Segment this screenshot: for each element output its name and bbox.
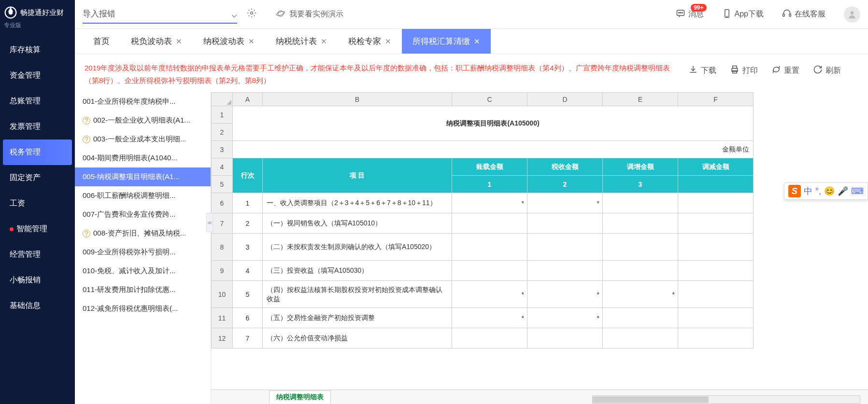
sheet-tab[interactable]: 纳税调整明细表	[269, 390, 331, 404]
report-list-item[interactable]: 006-职工薪酬纳税调整明细...	[75, 186, 211, 205]
cell-item[interactable]: 一、收入类调整项目（2＋3＋4＋5＋6＋7＋8＋10＋11）	[263, 193, 452, 213]
cell-value[interactable]	[678, 234, 754, 261]
collapse-handle[interactable]: ≪	[206, 213, 213, 232]
report-list-item[interactable]: ?008-资产折旧、摊销及纳税...	[75, 224, 211, 243]
table-row[interactable]: 105（四）按权益法核算长期股权投资对初始投资成本调整确认收益***	[212, 281, 754, 308]
ime-toolbar[interactable]: S 中 °, 😊 🎤 ⌨	[784, 182, 868, 200]
tab[interactable]: 税检专家✕	[338, 29, 402, 54]
table-row[interactable]: 127（六）公允价值变动净损益	[212, 328, 754, 348]
cell-rownum[interactable]: 3	[233, 234, 263, 261]
report-list-item[interactable]: 005-纳税调整项目明细表(A1...	[75, 167, 211, 186]
sidebar-item[interactable]: 税务管理	[3, 139, 72, 165]
gear-icon[interactable]	[247, 8, 256, 20]
cell-value[interactable]: *	[452, 308, 527, 328]
sidebar-item[interactable]: 智能管理	[0, 216, 75, 242]
row-header[interactable]: 4	[212, 158, 233, 176]
scrollbar-thumb[interactable]	[593, 396, 709, 403]
cell-value[interactable]	[452, 261, 527, 281]
report-list-item[interactable]: 009-企业所得税弥补亏损明...	[75, 243, 211, 262]
cell-value[interactable]	[452, 234, 527, 261]
sidebar-item[interactable]: 小畅报销	[0, 267, 75, 293]
report-list-item[interactable]: 004-期间费用明细表(A1040...	[75, 149, 211, 167]
close-icon[interactable]: ✕	[474, 37, 480, 46]
tab[interactable]: 纳税统计表✕	[265, 29, 338, 54]
row-header[interactable]: 1	[212, 106, 233, 124]
cell-value[interactable]	[678, 213, 754, 234]
row-header[interactable]: 2	[212, 124, 233, 141]
cell-item[interactable]: （三）投资收益（填写A105030）	[263, 261, 452, 281]
cell-value[interactable]: *	[527, 193, 603, 213]
reset-button[interactable]: 重置	[771, 65, 799, 76]
row-header[interactable]: 12	[212, 328, 233, 348]
report-list-item[interactable]: ?002-一般企业收入明细表(A1...	[75, 111, 211, 130]
close-icon[interactable]: ✕	[321, 37, 327, 46]
row-header[interactable]: 9	[212, 261, 233, 281]
tab[interactable]: 纳税波动表✕	[193, 29, 265, 54]
sidebar-item[interactable]: 固定资产	[0, 165, 75, 191]
print-button[interactable]: 打印	[730, 65, 758, 76]
tab[interactable]: 所得税汇算清缴✕	[402, 29, 491, 54]
cell-value[interactable]	[603, 213, 678, 234]
report-list-item[interactable]: 010-免税、减计收入及加计...	[75, 262, 211, 280]
tab[interactable]: 税负波动表✕	[120, 29, 193, 54]
cell-value[interactable]	[603, 261, 678, 281]
cell-rownum[interactable]: 4	[233, 261, 263, 281]
row-header[interactable]: 6	[212, 193, 233, 213]
col-header[interactable]: C	[452, 93, 527, 106]
cell-item[interactable]: （二）未按权责发生制原则确认的收入（填写A105020）	[263, 234, 452, 261]
report-list-item[interactable]: 007-广告费和业务宣传费跨...	[75, 205, 211, 224]
cell-value[interactable]	[527, 328, 603, 348]
cell-value[interactable]	[452, 213, 527, 234]
report-list-item[interactable]: 001-企业所得税年度纳税申...	[75, 92, 211, 111]
cell-value[interactable]	[603, 193, 678, 213]
cell-rownum[interactable]: 7	[233, 328, 263, 348]
close-icon[interactable]: ✕	[176, 37, 182, 46]
cell-value[interactable]	[678, 328, 754, 348]
col-header[interactable]: F	[678, 93, 754, 106]
close-icon[interactable]: ✕	[385, 37, 391, 46]
sidebar-item[interactable]: 基础信息	[0, 293, 75, 319]
horizontal-scrollbar[interactable]	[592, 395, 860, 404]
cell-value[interactable]: *	[603, 281, 678, 308]
col-header[interactable]: E	[603, 93, 678, 106]
demo-link[interactable]: 我要看实例演示	[276, 9, 343, 20]
sidebar-item[interactable]: 工资	[0, 191, 75, 216]
cell-rownum[interactable]: 5	[233, 281, 263, 308]
row-header[interactable]: 3	[212, 141, 233, 158]
col-header[interactable]: A	[233, 93, 263, 106]
table-row[interactable]: 61一、收入类调整项目（2＋3＋4＋5＋6＋7＋8＋10＋11）**	[212, 193, 754, 213]
download-button[interactable]: 下载	[688, 65, 716, 76]
cell-value[interactable]: *	[452, 281, 527, 308]
row-header[interactable]: 5	[212, 176, 233, 193]
message-button[interactable]: 消息 99+	[676, 9, 704, 20]
row-header[interactable]: 10	[212, 281, 233, 308]
table-row[interactable]: 72（一）视同销售收入（填写A105010）	[212, 213, 754, 234]
ime-emoji-icon[interactable]: 😊	[824, 186, 835, 196]
table-row[interactable]: 94（三）投资收益（填写A105030）	[212, 261, 754, 281]
ime-lang[interactable]: 中	[804, 185, 812, 197]
cell-item[interactable]: （一）视同销售收入（填写A105010）	[263, 213, 452, 234]
table-row[interactable]: 83（二）未按权责发生制原则确认的收入（填写A105020）	[212, 234, 754, 261]
ime-punct-icon[interactable]: °,	[815, 186, 821, 196]
row-header[interactable]: 11	[212, 308, 233, 328]
service-button[interactable]: 在线客服	[782, 9, 825, 20]
cell-rownum[interactable]: 2	[233, 213, 263, 234]
ime-mic-icon[interactable]: 🎤	[838, 186, 848, 196]
cell-value[interactable]	[603, 328, 678, 348]
ime-logo-icon[interactable]: S	[788, 185, 801, 197]
cell-value[interactable]	[452, 328, 527, 348]
cell-value[interactable]	[678, 193, 754, 213]
cell-value[interactable]	[603, 234, 678, 261]
col-header[interactable]: B	[263, 93, 452, 106]
report-list-item[interactable]: ?003-一般企业成本支出明细...	[75, 130, 211, 149]
select-all-corner[interactable]	[212, 93, 233, 106]
refresh-button[interactable]: 刷新	[813, 65, 841, 76]
cell-value[interactable]: *	[527, 281, 603, 308]
sidebar-item[interactable]: 总账管理	[0, 88, 75, 114]
close-icon[interactable]: ✕	[248, 37, 255, 46]
cell-value[interactable]	[678, 308, 754, 328]
cell-value[interactable]	[678, 261, 754, 281]
sidebar-item[interactable]: 经营管理	[0, 242, 75, 267]
cell-item[interactable]: （四）按权益法核算长期股权投资对初始投资成本调整确认收益	[263, 281, 452, 308]
app-download-button[interactable]: App下载	[722, 9, 764, 20]
